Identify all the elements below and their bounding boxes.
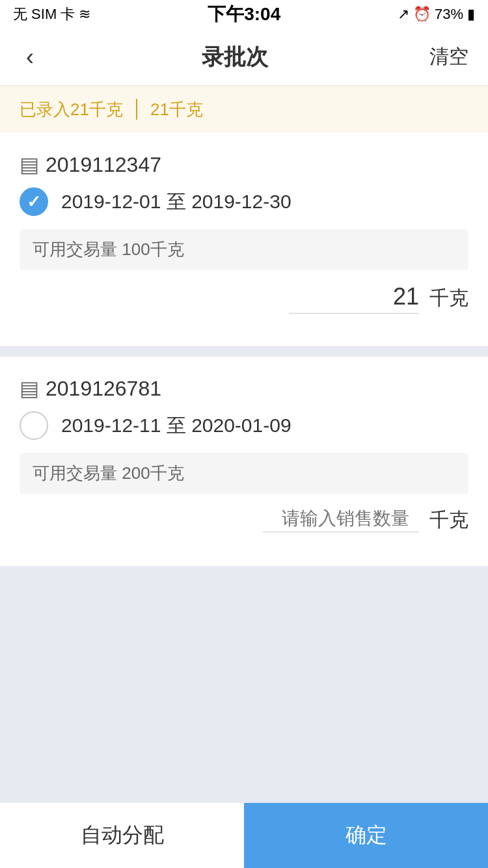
input-row-2[interactable]: 千克 xyxy=(0,494,488,547)
input-underline-2 xyxy=(263,532,419,532)
batch-id-1: 2019112347 xyxy=(46,153,161,177)
info-recorded-label: 已录入21千克 xyxy=(20,98,123,121)
batch-icon-1: ▤ xyxy=(20,152,39,177)
batch-avail-2: 可用交易量 200千克 xyxy=(20,453,468,494)
page-title: 录批次 xyxy=(202,42,268,72)
card-bottom-spacer-2: 千克 xyxy=(0,494,488,566)
card-date-row-2[interactable]: 2019-12-11 至 2020-01-09 xyxy=(20,411,468,440)
batch-item-1: ▤ 2019112347 2019-12-01 至 2019-12-30 可用交… xyxy=(0,133,488,270)
card-bottom-spacer-1: 21 千克 xyxy=(0,270,488,346)
battery-label: 73% xyxy=(435,6,463,23)
batch-icon-2: ▤ xyxy=(20,376,39,401)
clear-button[interactable]: 清空 xyxy=(429,44,468,70)
card-date-row-1[interactable]: 2019-12-01 至 2019-12-30 xyxy=(20,187,468,216)
status-right: ↗ ⏰ 73% ▮ xyxy=(398,6,475,23)
batch-item-2: ▤ 2019126781 2019-12-11 至 2020-01-09 可用交… xyxy=(0,357,488,494)
status-bar: 无 SIM 卡 ≋ 下午3:04 ↗ ⏰ 73% ▮ xyxy=(0,0,488,29)
location-icon: ↗ xyxy=(398,6,409,23)
battery-icon: ▮ xyxy=(467,6,475,23)
info-value: 21千克 xyxy=(150,98,203,121)
radio-2[interactable] xyxy=(20,411,48,440)
card-id-row-2: ▤ 2019126781 xyxy=(20,376,468,401)
confirm-button[interactable]: 确定 xyxy=(244,803,488,868)
batch-date-2: 2019-12-11 至 2020-01-09 xyxy=(61,413,291,439)
batch-id-2: 2019126781 xyxy=(46,377,161,401)
status-time: 下午3:04 xyxy=(208,2,280,27)
batch-date-1: 2019-12-01 至 2019-12-30 xyxy=(61,189,291,215)
quantity-input-2[interactable] xyxy=(186,508,419,529)
amount-row-1: 21 千克 xyxy=(0,270,488,327)
nav-bar: ‹ 录批次 清空 xyxy=(0,29,488,86)
amount-underline-1 xyxy=(289,313,419,314)
amount-unit-1: 千克 xyxy=(429,285,468,312)
alarm-icon: ⏰ xyxy=(413,6,431,23)
input-col-2 xyxy=(186,508,419,532)
info-banner: 已录入21千克 21千克 xyxy=(0,86,488,133)
batch-avail-1: 可用交易量 100千克 xyxy=(20,229,468,270)
info-divider xyxy=(136,99,137,120)
back-button[interactable]: ‹ xyxy=(20,37,40,77)
bottom-bar: 自动分配 确定 xyxy=(0,803,488,868)
separator-1 xyxy=(0,346,488,357)
amount-value-1: 21 xyxy=(393,283,419,310)
sim-label: 无 SIM 卡 ≋ xyxy=(13,5,90,24)
radio-1[interactable] xyxy=(20,187,48,216)
status-left: 无 SIM 卡 ≋ xyxy=(13,5,90,24)
input-unit-2: 千克 xyxy=(429,507,468,534)
card-id-row-1: ▤ 2019112347 xyxy=(20,152,468,177)
amount-col-1: 21 xyxy=(289,283,419,314)
auto-distribute-button[interactable]: 自动分配 xyxy=(0,803,244,868)
